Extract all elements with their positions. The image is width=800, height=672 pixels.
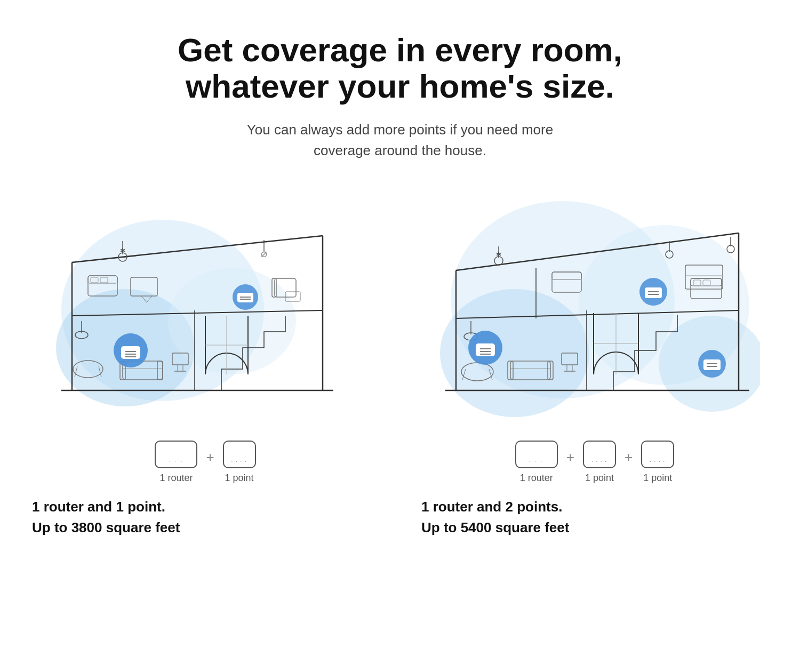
right-house-panel: ✱ <box>416 193 773 538</box>
router-icon-right <box>515 441 558 468</box>
left-point-item: 1 point <box>223 441 256 484</box>
point-icon <box>223 441 256 468</box>
right-point1-label: 1 point <box>585 473 614 484</box>
left-point-label: 1 point <box>225 473 254 484</box>
right-router-item: 1 router <box>515 441 558 484</box>
right-point2-item: 1 point <box>641 441 674 484</box>
left-summary: 1 router and 1 point. Up to 3800 square … <box>27 497 180 538</box>
left-summary-line2: Up to 3800 square feet <box>32 517 180 538</box>
right-summary-line2: Up to 5400 square feet <box>421 517 569 538</box>
svg-text:⌀: ⌀ <box>261 247 267 259</box>
left-devices-row: 1 router + 1 point <box>155 441 255 484</box>
left-router-label: 1 router <box>159 473 193 484</box>
main-title: Get coverage in every room,whatever your… <box>178 32 622 105</box>
right-devices-row: 1 router + 1 point + 1 point <box>515 441 674 484</box>
left-summary-line1: 1 router and 1 point. <box>32 497 180 517</box>
svg-rect-100 <box>703 359 721 370</box>
right-point2-label: 1 point <box>643 473 672 484</box>
right-point1-item: 1 point <box>583 441 616 484</box>
svg-text:✱: ✱ <box>496 251 501 258</box>
left-house-panel: ✱ ⌀ <box>27 193 384 538</box>
left-router-item: 1 router <box>155 441 197 484</box>
right-summary-line1: 1 router and 2 points. <box>421 497 569 517</box>
right-summary: 1 router and 2 points. Up to 5400 square… <box>416 497 569 538</box>
page-header: Get coverage in every room,whatever your… <box>178 32 622 161</box>
plus-icon-1: + <box>206 449 214 466</box>
router-icon <box>155 441 197 468</box>
svg-text:✱: ✱ <box>120 247 125 254</box>
svg-rect-96 <box>645 287 662 298</box>
houses-comparison-row: ✱ ⌀ <box>27 193 773 538</box>
right-router-label: 1 router <box>520 473 553 484</box>
point-icon-1 <box>583 441 616 468</box>
plus-icon-2: + <box>566 449 574 466</box>
subtitle: You can always add more points if you ne… <box>178 119 622 161</box>
svg-point-88 <box>727 245 734 253</box>
left-house-illustration: ✱ ⌀ <box>40 193 371 428</box>
plus-icon-3: + <box>625 449 633 466</box>
svg-point-2 <box>168 268 296 374</box>
svg-rect-45 <box>237 293 253 302</box>
point-icon-2 <box>641 441 674 468</box>
right-house-illustration: ✱ <box>429 193 760 428</box>
